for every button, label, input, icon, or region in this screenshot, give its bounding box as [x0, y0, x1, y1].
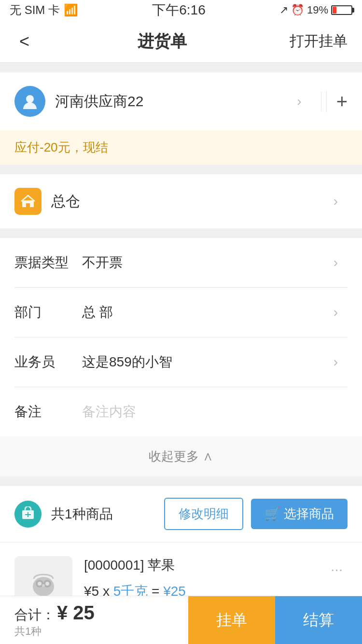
- department-value: 总 部: [82, 303, 334, 322]
- select-product-button[interactable]: 🛒 选择商品: [251, 499, 348, 529]
- invoice-type-value: 不开票: [82, 253, 334, 272]
- alarm-icon: ⏰: [291, 4, 304, 16]
- edit-detail-button[interactable]: 修改明细: [164, 498, 243, 530]
- open-hang-button[interactable]: 打开挂单: [290, 31, 348, 51]
- product-count: 共1种商品: [51, 505, 164, 523]
- checkout-label: 结算: [303, 610, 334, 631]
- product-info: [0000001] 苹果 ¥5 x 5千克 = ¥25: [84, 556, 326, 601]
- salesperson-row[interactable]: 业务员 这是859的小智 ›: [0, 337, 362, 387]
- collapse-button[interactable]: 收起更多 ∧: [0, 436, 362, 476]
- carrier-text: 无 SIM 卡: [10, 2, 60, 18]
- total-amount: ¥ 25: [57, 602, 95, 624]
- status-right: ↗ ⏰ 19%: [279, 4, 352, 16]
- checkout-button[interactable]: 结算: [275, 596, 362, 644]
- product-title: 苹果: [148, 558, 175, 573]
- nav-bar: < 进货单 打开挂单: [0, 20, 362, 63]
- select-product-icon: 🛒: [265, 506, 280, 521]
- separator-3: [0, 228, 362, 238]
- warehouse-icon: [14, 188, 42, 215]
- separator-1: [0, 63, 362, 72]
- collapse-label: 收起更多 ∧: [149, 448, 213, 465]
- supplier-name: 河南供应商22: [55, 92, 297, 112]
- total-section: 合计： ¥ 25 共1种: [0, 596, 188, 644]
- battery-icon: [331, 5, 352, 15]
- department-row[interactable]: 部门 总 部 ›: [0, 288, 362, 337]
- select-product-label: 选择商品: [284, 505, 334, 522]
- add-supplier-button[interactable]: +: [326, 91, 348, 112]
- hang-label: 挂单: [216, 610, 247, 631]
- hang-button[interactable]: 挂单: [188, 596, 275, 644]
- department-label: 部门: [14, 303, 77, 322]
- remark-input[interactable]: 备注内容: [82, 403, 348, 421]
- warehouse-section: 总仓 ›: [0, 174, 362, 228]
- status-bar: 无 SIM 卡 📶 下午6:16 ↗ ⏰ 19%: [0, 0, 362, 20]
- status-time: 下午6:16: [152, 1, 206, 19]
- supplier-divider: [321, 92, 321, 111]
- invoice-type-chevron-icon: ›: [334, 255, 338, 270]
- salesperson-value: 这是859的小智: [82, 353, 334, 371]
- product-header: 共1种商品 修改明细 🛒 选择商品: [0, 486, 362, 542]
- page-title: 进货单: [138, 30, 187, 53]
- product-code: [0000001]: [84, 558, 144, 573]
- bottom-bar: 合计： ¥ 25 共1种 挂单 结算: [0, 596, 362, 644]
- supplier-avatar: [14, 86, 45, 117]
- status-left: 无 SIM 卡 📶: [10, 2, 78, 18]
- department-chevron-icon: ›: [334, 305, 338, 320]
- svg-point-0: [26, 95, 34, 103]
- invoice-type-label: 票据类型: [14, 253, 77, 272]
- svg-point-10: [45, 582, 49, 586]
- supplier-row[interactable]: 河南供应商22 › +: [0, 72, 362, 130]
- location-icon: ↗: [279, 4, 288, 16]
- invoice-type-section: 票据类型 不开票 › 部门 总 部 › 业务员 这是859的小智 › 备注 备注…: [0, 238, 362, 436]
- total-label: 合计：: [14, 606, 55, 624]
- supplier-chevron-icon: ›: [297, 94, 301, 109]
- separator-2: [0, 165, 362, 174]
- svg-point-11: [42, 584, 45, 587]
- notice-banner: 应付-20元，现结: [0, 130, 362, 165]
- supplier-section: 河南供应商22 › + 应付-20元，现结: [0, 72, 362, 165]
- invoice-type-row[interactable]: 票据类型 不开票 ›: [0, 238, 362, 287]
- remark-label: 备注: [14, 403, 77, 421]
- remark-row[interactable]: 备注 备注内容: [0, 387, 362, 436]
- product-section-icon: [14, 501, 42, 528]
- back-button[interactable]: <: [14, 27, 34, 56]
- salesperson-chevron-icon: ›: [334, 354, 338, 370]
- warehouse-name: 总仓: [51, 192, 334, 211]
- product-more-button[interactable]: ···: [326, 556, 348, 582]
- svg-rect-2: [26, 203, 30, 207]
- product-name: [0000001] 苹果: [84, 556, 326, 574]
- salesperson-label: 业务员: [14, 353, 77, 371]
- wifi-icon: 📶: [64, 3, 78, 17]
- warehouse-row[interactable]: 总仓 ›: [0, 174, 362, 228]
- separator-4: [0, 476, 362, 486]
- total-count: 共1种: [14, 624, 174, 639]
- warehouse-chevron-icon: ›: [334, 194, 338, 209]
- battery-percent: 19%: [307, 4, 328, 16]
- svg-point-9: [38, 582, 42, 586]
